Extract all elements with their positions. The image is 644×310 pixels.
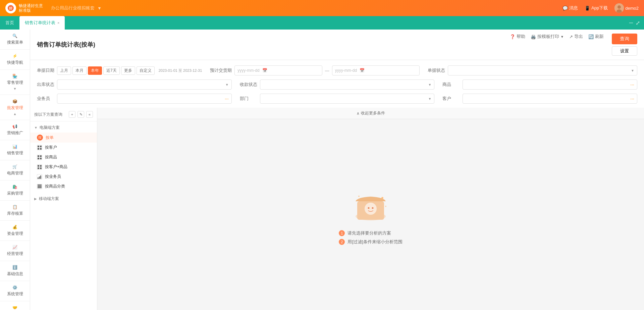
sidebar-item-purchase[interactable]: 🛍️ 采购管理 — [0, 180, 30, 201]
filter-row-3: 业务员 ··· 部门 ▼ 客户 — [37, 94, 637, 104]
print-dropdown-icon: ▼ — [560, 35, 564, 39]
scheme-item-by-customer[interactable]: 按客户 — [30, 143, 97, 152]
ship-status-select[interactable]: ▼ — [57, 80, 232, 90]
sidebar-label-search: 搜索菜单 — [7, 40, 23, 45]
empty-steps: 1 请先选择要分析的方案 2 用[过滤]条件来缩小分析范围 — [339, 230, 402, 245]
collapse-up-icon: ∧ — [357, 111, 360, 116]
last-month-btn[interactable]: 上月 — [57, 66, 71, 75]
sidebar-item-finance[interactable]: 💰 资金管理 — [0, 221, 30, 241]
forecast-date-end[interactable]: yyyy-mm-dd 📅 — [332, 65, 420, 75]
department-select[interactable]: ▼ — [260, 94, 435, 104]
scheme-group-pc: ▼ 电脑端方案 按 按单 按客户 — [30, 121, 97, 193]
calendar-end-icon[interactable]: 📅 — [360, 68, 365, 73]
sidebar-item-search-menu[interactable]: 🔍 搜索菜单 — [0, 30, 30, 50]
svg-rect-11 — [38, 158, 39, 159]
scheme-item-by-goods[interactable]: 按商品 — [30, 152, 97, 162]
tab-home[interactable]: 首页 — [0, 16, 19, 30]
sidebar-item-quick-nav[interactable]: ⚡ 快捷导航 — [0, 50, 30, 70]
goods-select[interactable]: ··· — [463, 80, 637, 90]
active-tab-label: 销售订单统计表 — [25, 20, 55, 26]
doc-status-select[interactable]: ▼ — [448, 65, 637, 75]
customer-more-icon[interactable]: ··· — [630, 96, 634, 101]
sidebar-item-retail[interactable]: 🏪 零售管理 ▼ — [0, 70, 30, 95]
top-bar: 好 畅捷通好生意 标准版 办公用品行业模拟账套 ▼ 💬 消息 📱 App下载 d… — [0, 0, 644, 16]
sidebar-item-operations[interactable]: 📈 经营管理 — [0, 241, 30, 261]
sidebar-item-wholesale[interactable]: 📦 批发管理 ▲ — [0, 95, 30, 120]
sidebar-item-sales[interactable]: 📊 销售管理 — [0, 140, 30, 160]
sidebar-item-basics[interactable]: ℹ️ 基础信息 — [0, 261, 30, 281]
payment-status-label: 收款状态 — [240, 82, 257, 88]
scheme-group-mobile-title[interactable]: ▶ 移动端方案 — [30, 194, 97, 204]
customer-select[interactable]: ··· — [463, 94, 637, 104]
sidebar-item-ecommerce[interactable]: 🛒 电商管理 — [0, 160, 30, 180]
nav-expand-btn[interactable]: ⤢ — [636, 20, 640, 26]
sidebar-item-inventory[interactable]: 📋 库存核算 — [0, 201, 30, 221]
collapse-bar[interactable]: ∧ 收起更多条件 — [97, 108, 644, 119]
enterprise-icon: 🤝 — [12, 305, 17, 310]
this-year-btn[interactable]: 本年 — [88, 66, 102, 75]
last-7-days-btn[interactable]: 近7天 — [103, 66, 120, 75]
home-tab-label: 首页 — [5, 20, 14, 26]
scheme-add-btn[interactable]: + — [69, 111, 75, 118]
svg-rect-5 — [38, 146, 39, 147]
doc-status-dropdown-icon: ▼ — [631, 69, 634, 72]
sidebar-item-marketing[interactable]: 📢 营销推广 — [0, 120, 30, 140]
svg-rect-9 — [38, 155, 39, 157]
this-month-btn[interactable]: 本月 — [72, 66, 87, 75]
more-btn[interactable]: 更多 — [121, 66, 135, 75]
svg-text:好: 好 — [9, 6, 13, 10]
salesperson-select[interactable]: ··· — [57, 94, 232, 104]
collapse-label: 收起更多条件 — [361, 110, 385, 116]
export-btn[interactable]: ↗ 导出 — [569, 34, 583, 40]
help-btn[interactable]: ❓ 帮助 — [510, 34, 525, 40]
nav-minimize-btn[interactable]: ─ — [629, 20, 633, 26]
app-download-btn[interactable]: 📱 App下载 — [585, 5, 608, 11]
message-btn[interactable]: 💬 消息 — [562, 5, 578, 11]
svg-rect-19 — [40, 175, 41, 179]
salesperson-more-icon[interactable]: ··· — [225, 96, 229, 101]
query-button[interactable]: 查询 — [612, 34, 637, 44]
doc-status-label: 单据状态 — [428, 67, 445, 73]
user-profile[interactable]: demo2 — [614, 3, 639, 13]
scheme-header-title: 按以下方案查询 — [34, 112, 62, 117]
tab-sales-order[interactable]: 销售订单统计表 × — [19, 16, 65, 30]
refresh-btn[interactable]: 🔄 刷新 — [588, 34, 604, 40]
scheme-edit-btn[interactable]: ✎ — [77, 111, 84, 118]
scheme-item-by-order[interactable]: 按 按单 — [30, 133, 97, 143]
date-filter-group: 单据日期 上月 本月 本年 近7天 更多 自定义 2023-01-01 至 20… — [37, 66, 202, 75]
tab-close-btn[interactable]: × — [57, 21, 59, 25]
template-print-btn[interactable]: 🖨️ 按模板打印 ▼ — [531, 34, 564, 40]
date-label: 单据日期 — [37, 67, 54, 73]
pc-group-arrow-icon: ▼ — [34, 126, 38, 130]
svg-point-26 — [368, 207, 370, 209]
forecast-start-placeholder: yyyy-mm-dd — [237, 68, 259, 73]
sidebar-item-system[interactable]: ⚙️ 系统管理 — [0, 281, 30, 301]
svg-point-25 — [365, 203, 377, 215]
svg-point-3 — [618, 5, 621, 9]
settings-button[interactable]: 设置 — [612, 46, 637, 56]
scheme-item-by-salesperson[interactable]: 按业务员 — [30, 172, 97, 182]
scheme-collapse-btn[interactable]: « — [86, 111, 93, 118]
goods-group: 商品 ··· — [442, 80, 637, 90]
marketing-icon: 📢 — [12, 124, 17, 129]
svg-rect-18 — [39, 176, 40, 179]
scheme-group-pc-title[interactable]: ▼ 电脑端方案 — [30, 123, 97, 133]
calendar-start-icon[interactable]: 📅 — [262, 68, 267, 73]
by-goods-label: 按商品 — [45, 154, 57, 160]
goods-more-icon[interactable]: ··· — [630, 82, 634, 87]
forecast-date-start[interactable]: yyyy-mm-dd 📅 — [234, 65, 322, 75]
sidebar-item-enterprise[interactable]: 🤝 企业协同 — [0, 301, 30, 310]
svg-rect-22 — [38, 187, 42, 188]
sidebar: 🔍 搜索菜单 ⚡ 快捷导航 🏪 零售管理 ▼ 📦 批发管理 ▲ 📢 营销推广 📊… — [0, 30, 30, 310]
payment-status-select[interactable]: ▼ — [260, 80, 435, 90]
scheme-item-by-customer-goods[interactable]: 按客户+商品 — [30, 162, 97, 172]
payment-status-dropdown-icon: ▼ — [428, 83, 431, 87]
ship-status-group: 出库状态 ▼ — [37, 80, 232, 90]
scheme-item-by-goods-category[interactable]: 按商品分类 — [30, 182, 97, 191]
avatar — [614, 3, 624, 13]
svg-rect-16 — [40, 167, 42, 169]
workspace-dropdown-icon[interactable]: ▼ — [97, 6, 102, 11]
custom-btn[interactable]: 自定义 — [137, 66, 155, 75]
step-1-number: 1 — [339, 230, 345, 236]
by-goods-category-icon — [37, 184, 42, 189]
